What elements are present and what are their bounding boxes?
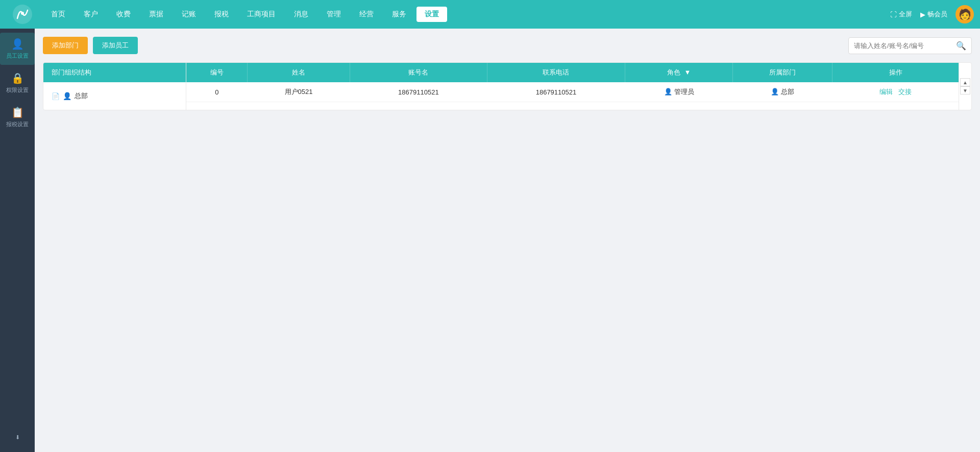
person-icon: 👤 bbox=[63, 92, 71, 100]
dept-tree: 部门组织结构 📄 👤 总部 bbox=[43, 63, 186, 110]
filter-icon: ▼ bbox=[684, 68, 691, 76]
nav-tax[interactable]: 报税 bbox=[206, 7, 237, 22]
action-编辑[interactable]: 编辑 bbox=[879, 88, 893, 96]
col-id: 编号 bbox=[186, 63, 248, 82]
col-dept: 所属部门 bbox=[733, 63, 832, 82]
col-action: 操作 bbox=[832, 63, 959, 82]
nav-manage[interactable]: 管理 bbox=[318, 7, 349, 22]
nav-settings[interactable]: 设置 bbox=[416, 7, 447, 22]
main-layout: 👤 员工设置 🔒 权限设置 📋 报税设置 ⬇ 添加部门 添加员工 🔍 bbox=[0, 29, 980, 452]
file-icon: 📄 bbox=[52, 92, 60, 100]
avatar[interactable]: 🧑 bbox=[955, 5, 974, 23]
nav-message[interactable]: 消息 bbox=[286, 7, 316, 22]
col-account: 账号名 bbox=[350, 63, 487, 82]
nav-operation[interactable]: 经营 bbox=[351, 7, 382, 22]
col-phone: 联系电话 bbox=[487, 63, 625, 82]
employee-icon: 👤 bbox=[11, 38, 24, 50]
nav-account[interactable]: 记账 bbox=[174, 7, 204, 22]
cell-name: 用户0521 bbox=[248, 82, 350, 102]
scroll-controls: ▲ ▼ bbox=[959, 63, 971, 110]
dept-tree-header: 部门组织结构 bbox=[43, 63, 186, 82]
search-button[interactable]: 🔍 bbox=[951, 38, 971, 54]
content-area: 添加部门 添加员工 🔍 部门组织结构 📄 👤 总部 bbox=[35, 29, 980, 452]
svg-point-1 bbox=[21, 12, 24, 15]
sidebar: 👤 员工设置 🔒 权限设置 📋 报税设置 ⬇ bbox=[0, 29, 35, 452]
logo bbox=[6, 0, 39, 29]
scroll-down-btn[interactable]: ▼ bbox=[960, 86, 970, 94]
nav-bill[interactable]: 票据 bbox=[141, 7, 172, 22]
nav-service[interactable]: 服务 bbox=[384, 7, 414, 22]
nav-right: ⛶ 全屏 ▶ 畅会员 🧑 bbox=[890, 5, 974, 23]
role-person-icon: 👤 bbox=[664, 88, 672, 96]
employee-table: 编号 姓名 账号名 联系电话 角色 ▼ 所属部门 操作 bbox=[186, 63, 959, 110]
add-dept-button[interactable]: 添加部门 bbox=[43, 37, 88, 54]
sidebar-bottom-btn[interactable]: ⬇ bbox=[0, 429, 35, 446]
action-交接[interactable]: 交接 bbox=[898, 88, 912, 96]
dept-person-icon: 👤 bbox=[771, 88, 779, 96]
lock-icon: 🔒 bbox=[11, 72, 24, 84]
search-input[interactable] bbox=[849, 39, 951, 53]
nav-client[interactable]: 客户 bbox=[76, 7, 106, 22]
emp-data-table: 编号 姓名 账号名 联系电话 角色 ▼ 所属部门 操作 bbox=[186, 63, 959, 102]
cell-dept: 👤总部 bbox=[733, 82, 832, 102]
cell-actions: 编辑 交接 bbox=[832, 82, 959, 102]
vip-btn[interactable]: ▶ 畅会员 bbox=[920, 10, 947, 19]
nav-charge[interactable]: 收费 bbox=[108, 7, 139, 22]
cell-account: 18679110521 bbox=[350, 82, 487, 102]
table-wrap: 编号 姓名 账号名 联系电话 角色 ▼ 所属部门 操作 bbox=[186, 63, 959, 102]
employee-panel: 部门组织结构 📄 👤 总部 编号 姓名 bbox=[43, 62, 972, 110]
vip-icon: ▶ bbox=[920, 11, 925, 18]
col-name: 姓名 bbox=[248, 63, 350, 82]
sidebar-item-tax-settings[interactable]: 📋 报税设置 bbox=[0, 101, 35, 133]
scroll-up-btn[interactable]: ▲ bbox=[960, 78, 970, 86]
cell-phone: 18679110521 bbox=[487, 82, 625, 102]
fullscreen-icon: ⛶ bbox=[890, 11, 897, 18]
nav-home[interactable]: 首页 bbox=[43, 7, 74, 22]
col-role[interactable]: 角色 ▼ bbox=[625, 63, 733, 82]
dept-tree-body: 📄 👤 总部 bbox=[43, 82, 186, 110]
toolbar: 添加部门 添加员工 🔍 bbox=[43, 37, 972, 54]
tax-settings-icon: 📋 bbox=[11, 106, 24, 118]
sidebar-item-permission[interactable]: 🔒 权限设置 bbox=[0, 67, 35, 99]
search-box: 🔍 bbox=[848, 37, 972, 54]
cell-role: 👤管理员 bbox=[625, 82, 733, 102]
nav-business[interactable]: 工商项目 bbox=[239, 7, 284, 22]
add-emp-button[interactable]: 添加员工 bbox=[93, 37, 138, 54]
download-icon: ⬇ bbox=[15, 434, 20, 441]
table-row: 0 用户0521 18679110521 18679110521 👤管理员 👤总… bbox=[186, 82, 959, 102]
sidebar-item-employee[interactable]: 👤 员工设置 bbox=[0, 33, 35, 65]
tree-item-root[interactable]: 📄 👤 总部 bbox=[43, 87, 186, 105]
cell-id: 0 bbox=[186, 82, 248, 102]
nav-items: 首页 客户 收费 票据 记账 报税 工商项目 消息 管理 经营 服务 设置 bbox=[43, 7, 890, 22]
top-nav: 首页 客户 收费 票据 记账 报税 工商项目 消息 管理 经营 服务 设置 ⛶ … bbox=[0, 0, 980, 29]
fullscreen-btn[interactable]: ⛶ 全屏 bbox=[890, 10, 912, 19]
